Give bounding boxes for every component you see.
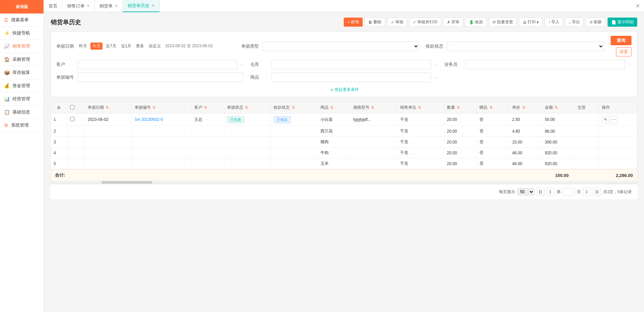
refresh-button[interactable]: ↺ 刷新 <box>586 18 606 27</box>
col-doc-no[interactable]: 单据编号 ⇅ <box>132 102 191 113</box>
audit-print-button[interactable]: ✓ 审核并打印 <box>409 18 441 27</box>
customer-ellipsis[interactable]: ··· <box>240 62 244 67</box>
col-gift[interactable]: 赠品 ⇅ <box>477 102 509 113</box>
sidebar-item-label-inventory: 库存核算 <box>12 70 30 76</box>
sidebar-item-label-ops: 经营管理 <box>12 96 30 102</box>
sidebar-item-quick-nav[interactable]: ⚡ 快捷导航 <box>0 27 44 40</box>
sidebar-item-sys-mgmt[interactable]: ⚙ 系统管理 <box>0 119 44 132</box>
col-transaction[interactable]: 交货 <box>575 102 599 113</box>
col-sales-unit[interactable]: 销售单位 ⇅ <box>397 102 444 113</box>
abandon-button[interactable]: ✗ 弃审 <box>443 18 463 27</box>
tab-sales-history-close[interactable]: ✕ <box>151 3 155 8</box>
sidebar-item-fund[interactable]: 💰 资金管理 <box>0 79 44 93</box>
row-more-button[interactable]: ⋯ <box>610 116 617 123</box>
doc-type-select[interactable] <box>262 42 419 51</box>
batch-change-button[interactable]: ⟳ 批量变更 <box>489 18 517 27</box>
prev-page-button[interactable]: ⟨ <box>547 188 555 196</box>
tab-sales-history[interactable]: 销货单历史 ✕ <box>123 0 160 12</box>
goods-input[interactable] <box>272 73 431 82</box>
show-detail-button[interactable]: 📄 显示明细 <box>608 18 637 27</box>
col-customer[interactable]: 客户 ⇅ <box>191 102 224 113</box>
salesperson-ellipsis[interactable]: ··· <box>628 62 632 67</box>
last-page-button[interactable]: ⟩⟩ <box>593 188 601 196</box>
tab-sales-order-close[interactable]: ✕ <box>87 4 90 8</box>
sidebar-item-search-menu[interactable]: ☰ 搜索菜单 <box>0 14 44 27</box>
query-button[interactable]: 查询 <box>611 36 632 45</box>
sidebar-item-ops[interactable]: 📊 经营管理 <box>0 93 44 106</box>
quick-nav-icon: ⚡ <box>4 30 10 36</box>
footer-total-qty: 100.00 <box>555 173 616 178</box>
abandon-label: 弃审 <box>451 19 459 25</box>
export-button[interactable]: ↓ 导出 <box>565 18 584 27</box>
print-button[interactable]: 🖨 打印 ▾ <box>519 18 542 27</box>
col-doc-date[interactable]: 单据日期 ⇅ <box>85 102 132 113</box>
goods-ellipsis[interactable]: ··· <box>434 75 438 80</box>
select-all-checkbox[interactable] <box>70 105 75 109</box>
row-num: 4 <box>51 148 67 158</box>
row-sales-unit: 千克 <box>397 126 444 137</box>
page-size-select[interactable]: 50 10 20 100 <box>517 188 534 196</box>
first-page-button[interactable]: ⟨⟨ <box>536 188 544 196</box>
row-checkbox[interactable] <box>67 137 85 148</box>
date-btn-1month[interactable]: 近1月 <box>120 43 133 50</box>
sidebar-item-purchase[interactable]: 🏠 采购管理 <box>0 53 44 66</box>
row-goods: 小白菜 <box>318 113 351 126</box>
collect-button[interactable]: 💲 收款 <box>465 18 487 27</box>
sidebar-item-basic-info[interactable]: 📋 基础信息 <box>0 106 44 119</box>
date-btn-today[interactable]: 今天 <box>90 43 103 50</box>
col-gear[interactable]: ⚙ <box>51 102 67 113</box>
col-unit-price[interactable]: 单价 ⇅ <box>509 102 542 113</box>
row-customer <box>191 137 224 148</box>
warehouse-ellipsis[interactable]: ··· <box>434 62 438 67</box>
collapse-button[interactable]: ∧ 收起更多条件 <box>56 85 632 93</box>
tab-sales-goods-close[interactable]: ✕ <box>115 4 118 8</box>
audit-label: 审核 <box>395 19 403 25</box>
date-btn-more[interactable]: 更多 <box>135 43 145 50</box>
row-select-checkbox[interactable] <box>70 117 75 121</box>
tab-sales-order-label: 销售订单 <box>67 3 85 9</box>
row-checkbox[interactable] <box>67 148 85 158</box>
sidebar-item-inventory[interactable]: 📦 库存核算 <box>0 66 44 79</box>
doc-no-input[interactable] <box>78 73 244 82</box>
tab-home[interactable]: 首页 <box>44 0 62 12</box>
date-btn-7days[interactable]: 近7天 <box>105 43 118 50</box>
customer-input[interactable] <box>78 60 237 69</box>
audit-button[interactable]: ✓ 审核 <box>387 18 407 27</box>
date-btn-custom[interactable]: 自定义 <box>147 43 162 50</box>
date-btn-yesterday[interactable]: 昨天 <box>78 43 88 50</box>
tab-sales-order[interactable]: 销售订单 ✕ <box>62 0 95 12</box>
next-page-button[interactable]: ⟩ <box>583 188 591 196</box>
doc-type-label: 单据类型 <box>241 43 260 49</box>
delete-button[interactable]: 🗑 删除 <box>365 18 385 27</box>
row-checkbox[interactable] <box>67 126 85 137</box>
salesperson-input[interactable] <box>466 60 625 69</box>
col-goods[interactable]: 商品 ⇅ <box>318 102 351 113</box>
new-button[interactable]: + 新增 <box>344 18 363 27</box>
row-goods: 玉米 <box>318 158 351 169</box>
col-checkbox[interactable] <box>67 102 85 113</box>
horizontal-scrollbar[interactable] <box>51 181 637 184</box>
row-checkbox[interactable] <box>67 158 85 169</box>
row-action <box>599 148 637 158</box>
import-button[interactable]: ↑ 导入 <box>544 18 563 27</box>
scrollbar-thumb[interactable] <box>102 181 152 184</box>
payment-status-select[interactable] <box>447 42 604 51</box>
warehouse-input[interactable] <box>272 60 431 69</box>
row-doc-no[interactable]: SA-20230602-0 <box>132 113 191 126</box>
doc-no-label: 单据编号 <box>56 74 75 80</box>
show-detail-label: 显示明细 <box>617 19 634 25</box>
col-doc-status[interactable]: 单据状态 ⇅ <box>224 102 271 113</box>
col-amount[interactable]: 金额 ⇅ <box>542 102 575 113</box>
col-spec-type[interactable]: 规格型号 ⇅ <box>350 102 397 113</box>
page-input[interactable]: 1 <box>563 188 575 196</box>
col-payment-status[interactable]: 收款状态 ⇅ <box>271 102 318 113</box>
row-checkbox[interactable] <box>67 113 85 126</box>
settings-button[interactable]: 设置 <box>616 47 632 56</box>
filter-item-salesperson: 业务员 ··· <box>444 60 632 69</box>
tab-close-all-button[interactable]: ✕ <box>632 3 644 9</box>
sidebar-item-sales[interactable]: 📈 销售管理 <box>0 40 44 53</box>
tab-sales-goods[interactable]: 销货单 ✕ <box>95 0 123 12</box>
row-edit-button[interactable]: ✎ <box>602 116 609 123</box>
col-qty[interactable]: 数量 ⇅ <box>444 102 477 113</box>
table-row: 1 2023-06-02 SA-20230602-0 王总 已生效 已收款 小白… <box>51 113 637 126</box>
